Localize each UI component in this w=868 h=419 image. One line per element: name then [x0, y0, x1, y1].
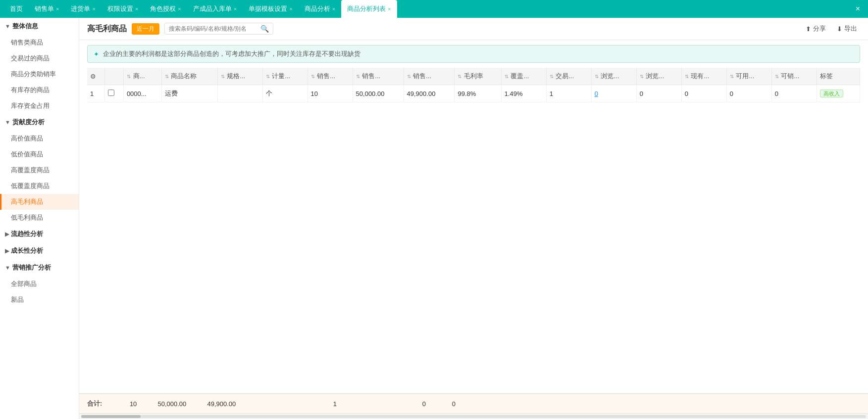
- data-table: ⚙⇅ 商...⇅ 商品名称⇅ 规格...⇅ 计量...⇅ 销售...⇅ 销售..…: [87, 68, 860, 102]
- cell-currentStock: 0: [681, 85, 726, 102]
- sidebar-section-营销推广分析[interactable]: 营销推广分析: [0, 259, 79, 276]
- share-icon: ⬆: [806, 25, 811, 33]
- col-header-viewCount1[interactable]: ⇅ 浏览...: [591, 68, 636, 85]
- content-header: 高毛利商品 近一月 🔍 ⬆ 分享 ⬇ 导出: [79, 18, 868, 40]
- header-actions: ⬆ 分享 ⬇ 导出: [803, 23, 860, 35]
- cell-grossMargin: 99.8%: [455, 85, 501, 102]
- sidebar-collapse-button[interactable]: «: [79, 209, 79, 229]
- cell-saleProfit: 49,900.00: [404, 85, 455, 102]
- col-header-checkbox: [105, 68, 124, 85]
- horizontal-scrollbar[interactable]: [79, 413, 868, 419]
- nav-item-销售单[interactable]: 销售单 ×: [29, 0, 65, 18]
- row-checkbox[interactable]: [108, 90, 114, 96]
- cell-checkbox[interactable]: [105, 85, 124, 102]
- col-header-saleQty[interactable]: ⇅ 销售...: [307, 68, 353, 85]
- col-header-availableStock[interactable]: ⇅ 可用...: [726, 68, 771, 85]
- sidebar-item-低价值商品[interactable]: 低价值商品: [0, 146, 79, 162]
- sidebar-section-整体信息[interactable]: 整体信息: [0, 18, 79, 35]
- window-close-button[interactable]: ×: [852, 4, 864, 13]
- nav-close-权限设置[interactable]: ×: [135, 6, 138, 12]
- export-button[interactable]: ⬇ 导出: [834, 23, 860, 35]
- filter-recent-month-button[interactable]: 近一月: [132, 23, 159, 35]
- col-header-code[interactable]: ⇅ 商...: [123, 68, 161, 85]
- col-header-saleableStock[interactable]: ⇅ 可销...: [771, 68, 817, 85]
- cell-saleQty: 10: [307, 85, 353, 102]
- nav-item-单据模板设置[interactable]: 单据模板设置 ×: [243, 0, 298, 18]
- cell-unit: 个: [262, 85, 307, 102]
- col-header-tag: 标签: [817, 68, 860, 85]
- top-navigation: 首页销售单 ×进货单 ×权限设置 ×角色授权 ×产成品入库单 ×单据模板设置 ×…: [0, 0, 868, 18]
- share-button[interactable]: ⬆ 分享: [803, 23, 829, 35]
- nav-item-进货单[interactable]: 进货单 ×: [65, 0, 101, 18]
- nav-close-角色授权[interactable]: ×: [178, 6, 181, 12]
- sidebar-item-高覆盖度商品[interactable]: 高覆盖度商品: [0, 162, 79, 178]
- sidebar-item-库存资金占用[interactable]: 库存资金占用: [0, 98, 79, 114]
- cell-saleAmount: 50,000.00: [353, 85, 404, 102]
- sidebar-item-低覆盖度商品[interactable]: 低覆盖度商品: [0, 178, 79, 194]
- nav-close-产成品入库单[interactable]: ×: [234, 6, 237, 12]
- nav-item-产成品入库单[interactable]: 产成品入库单 ×: [187, 0, 243, 18]
- sidebar-item-低毛利商品[interactable]: 低毛利商品: [0, 210, 79, 226]
- sidebar-item-商品分类助销率[interactable]: 商品分类助销率: [0, 66, 79, 82]
- sidebar-section-贡献度分析[interactable]: 贡献度分析: [0, 114, 79, 131]
- scrollbar-thumb: [81, 415, 141, 418]
- cell-index: 1: [87, 85, 105, 102]
- col-header-currentStock[interactable]: ⇅ 现有...: [681, 68, 726, 85]
- nav-item-角色授权[interactable]: 角色授权 ×: [144, 0, 187, 18]
- nav-item-首页[interactable]: 首页: [4, 0, 29, 18]
- sidebar-item-高价值商品[interactable]: 高价值商品: [0, 131, 79, 146]
- col-header-coverage[interactable]: ⇅ 覆盖...: [501, 68, 546, 85]
- footer-trade-count: 1: [320, 400, 350, 408]
- sidebar-item-销售类商品[interactable]: 销售类商品: [0, 35, 79, 50]
- cell-viewCount1[interactable]: 0: [591, 85, 636, 102]
- search-icon[interactable]: 🔍: [260, 25, 269, 33]
- footer-sale-qty: 10: [112, 400, 142, 408]
- footer-view1: [350, 400, 379, 408]
- cell-tag: 高收入: [817, 85, 860, 102]
- cell-viewCount2: 0: [636, 85, 681, 102]
- cell-name: 运费: [161, 85, 217, 102]
- sidebar-item-高毛利商品[interactable]: 高毛利商品: [0, 194, 79, 210]
- nav-item-商品分析列表[interactable]: 商品分析列表 ×: [341, 0, 397, 18]
- footer-view2: [379, 400, 409, 408]
- nav-close-商品分析列表[interactable]: ×: [388, 6, 391, 12]
- sidebar-section-成长性分析[interactable]: 成长性分析: [0, 242, 79, 259]
- nav-close-进货单[interactable]: ×: [92, 6, 95, 12]
- footer-current-stock: 0: [409, 400, 439, 408]
- col-header-spec[interactable]: ⇅ 规格...: [217, 68, 262, 85]
- col-header-saleAmount[interactable]: ⇅ 销售...: [353, 68, 404, 85]
- sidebar-section-流趋性分析[interactable]: 流趋性分析: [0, 226, 79, 242]
- sidebar: « 整体信息销售类商品交易过的商品商品分类助销率有库存的商品库存资金占用贡献度分…: [0, 18, 79, 419]
- info-banner: ✦ 企业的主要的利润都是这部分商品创造的，可考虑加大推广，同时关注库存是不要出现…: [87, 45, 860, 63]
- nav-close-商品分析[interactable]: ×: [332, 6, 335, 12]
- cell-spec: [217, 85, 262, 102]
- cell-coverage: 1.49%: [501, 85, 546, 102]
- search-input[interactable]: [169, 25, 260, 32]
- cell-saleableStock: 0: [771, 85, 817, 102]
- col-header-viewCount2[interactable]: ⇅ 浏览...: [636, 68, 681, 85]
- col-header-grossMargin[interactable]: ⇅ 毛利率: [455, 68, 501, 85]
- nav-close-销售单[interactable]: ×: [56, 6, 59, 12]
- col-header-name[interactable]: ⇅ 商品名称: [161, 68, 217, 85]
- nav-close-单据模板设置[interactable]: ×: [289, 6, 292, 12]
- nav-item-权限设置[interactable]: 权限设置 ×: [102, 0, 144, 18]
- scrollbar-track: [81, 415, 866, 418]
- sidebar-item-全部商品[interactable]: 全部商品: [0, 276, 79, 292]
- sidebar-item-有库存的商品[interactable]: 有库存的商品: [0, 82, 79, 98]
- cell-tradeCount: 1: [546, 85, 591, 102]
- sidebar-item-新品[interactable]: 新品: [0, 292, 79, 308]
- col-header-unit[interactable]: ⇅ 计量...: [262, 68, 307, 85]
- col-header-tradeCount[interactable]: ⇅ 交易...: [546, 68, 591, 85]
- table-footer: 合计: 10 50,000.00 49,900.00 1 0 0: [79, 393, 868, 413]
- nav-item-商品分析[interactable]: 商品分析 ×: [299, 0, 341, 18]
- footer-sale-amount: 50,000.00: [142, 400, 191, 408]
- footer-spacer2: [280, 400, 320, 408]
- footer-label: 合计:: [87, 399, 102, 408]
- sidebar-item-交易过的商品[interactable]: 交易过的商品: [0, 50, 79, 66]
- cell-code: 0000...: [123, 85, 161, 102]
- info-icon: ✦: [94, 50, 99, 58]
- col-header-saleProfit[interactable]: ⇅ 销售...: [404, 68, 455, 85]
- cell-availableStock: 0: [726, 85, 771, 102]
- table-row: 10000...运费个1050,000.0049,900.0099.8%1.49…: [87, 85, 860, 102]
- content-area: 高毛利商品 近一月 🔍 ⬆ 分享 ⬇ 导出 ✦ 企业的主要的利润都是这部分商品创…: [79, 18, 868, 419]
